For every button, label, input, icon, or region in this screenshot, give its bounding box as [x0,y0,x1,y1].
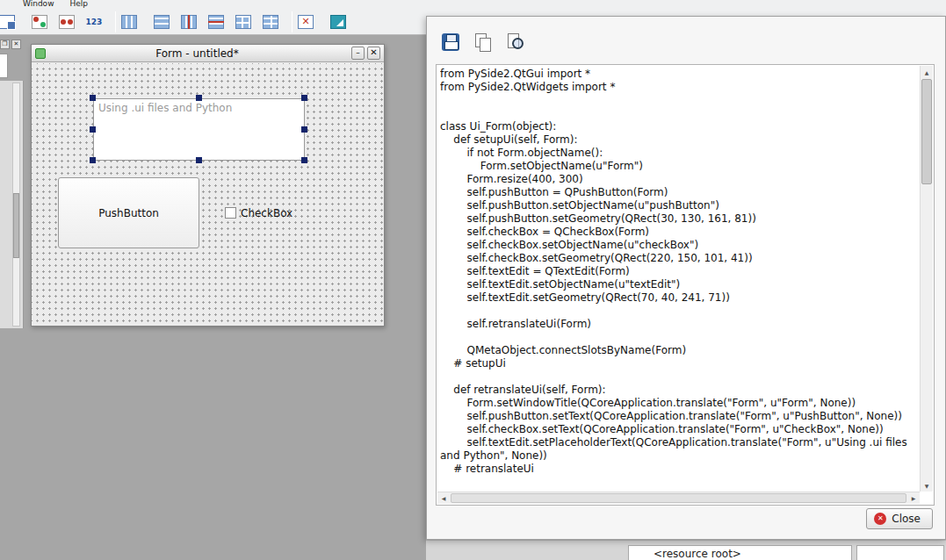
edit-buddies-icon [59,15,75,29]
form-window-titlebar[interactable]: Form - untitled* – ✕ [32,45,384,62]
scroll-left-arrow-icon[interactable]: ◀ [437,492,450,504]
adjust-size-button[interactable] [326,10,350,34]
edit-signals-slots-icon [32,15,47,29]
edit-tab-order-icon: 123 [85,15,103,29]
toolbar-separator [292,11,292,32]
layout-horizontal-icon [121,15,137,29]
selection-handle-n[interactable] [196,95,202,101]
close-button[interactable]: ✕ Close [866,508,933,529]
selection-handle-nw[interactable] [90,95,96,101]
selection-handle-w[interactable] [90,126,96,133]
scroll-up-arrow-icon[interactable]: ▲ [921,66,933,78]
dock-float-button[interactable]: ❐ [0,39,10,49]
form-window: Form - untitled* – ✕ Using .ui files and… [31,44,385,327]
dock-titlebar-buttons: ❐ ✕ [0,39,21,49]
lay-out-vertically-button[interactable] [149,10,174,34]
code-horizontal-scrollbar[interactable]: ◀ ▶ [437,492,920,504]
scroll-down-arrow-icon[interactable]: ▼ [921,479,933,492]
form-close-button[interactable]: ✕ [367,47,380,60]
vertical-scrollbar-thumb[interactable] [921,79,932,184]
code-preview-dialog: from PySide2.QtGui import * from PySide2… [426,16,946,540]
widgetbox-filter-fragment[interactable] [0,54,8,78]
menu-window[interactable]: Window [23,0,54,8]
checkbox-label: CheckBox [241,207,292,219]
selection-handle-e[interactable] [301,126,307,133]
menu-help[interactable]: Help [70,0,89,8]
edit-widgets-button[interactable] [0,10,19,34]
toolbar-separator [115,11,116,32]
layout-form-icon [263,15,278,29]
pushbutton-widget[interactable]: PushButton [58,177,199,248]
layout-splitter-horizontal-icon [181,15,197,29]
find-icon [507,33,524,51]
resource-root-item[interactable]: <resource root> [628,545,852,560]
break-layout-button[interactable]: ✕ [293,10,318,34]
lay-out-splitter-vertical-button[interactable] [204,10,228,34]
bottom-dock-fragment: <resource root> [426,540,946,560]
widgetbox-scrollbar-thumb[interactable] [13,193,19,258]
code-vertical-scrollbar[interactable]: ▲ ▼ [920,66,933,492]
selection-handle-s[interactable] [196,157,202,163]
scroll-right-arrow-icon[interactable]: ▶ [907,492,920,504]
textedit-widget[interactable]: Using .ui files and Python [93,98,305,161]
layout-splitter-vertical-icon [208,15,224,29]
selection-handle-ne[interactable] [301,95,307,101]
code-text[interactable]: from PySide2.QtGui import * from PySide2… [440,68,917,490]
layout-grid-icon [235,15,251,29]
close-button-icon: ✕ [874,513,886,525]
bottom-panel-fragment [856,545,944,560]
form-window-icon [35,48,46,59]
lay-out-grid-button[interactable] [231,10,256,34]
edit-tab-order-button[interactable]: 123 [82,10,106,34]
copy-icon [474,33,492,51]
horizontal-scrollbar-thumb[interactable] [451,493,906,503]
adjust-size-icon [330,15,346,29]
widgetbox-panel-fragment [0,81,24,328]
layout-vertical-icon [154,15,170,29]
edit-widgets-icon [0,15,15,29]
checkbox-box [225,207,236,219]
break-layout-icon: ✕ [298,15,314,29]
menubar: Window Help [0,0,946,8]
lay-out-horizontally-button[interactable] [117,10,141,34]
widgetbox-scrollbar[interactable] [12,83,20,327]
edit-buddies-button[interactable] [54,10,79,34]
copy-code-button[interactable] [472,31,495,54]
form-minimize-button[interactable]: – [351,47,365,60]
dock-close-button[interactable]: ✕ [11,39,21,49]
main-toolbar: 123 ✕ [0,8,353,35]
form-window-title: Form - untitled* [46,47,349,60]
edit-signals-slots-button[interactable] [27,10,52,34]
selection-handle-se[interactable] [301,157,307,163]
code-view: from PySide2.QtGui import * from PySide2… [436,64,935,506]
form-canvas[interactable]: Using .ui files and Python PushButton Ch… [32,63,384,326]
lay-out-form-button[interactable] [258,10,283,34]
selection-handle-sw[interactable] [90,157,96,163]
qt-designer-screen: Window Help 123 ✕ ❐ ✕ [0,0,946,560]
save-icon [442,33,459,51]
find-code-button[interactable] [504,31,527,54]
save-code-button[interactable] [439,31,462,54]
lay-out-splitter-horizontal-button[interactable] [177,10,201,34]
checkbox-widget[interactable]: CheckBox [225,195,314,231]
code-dialog-toolbar [439,31,527,54]
close-button-label: Close [892,513,921,525]
